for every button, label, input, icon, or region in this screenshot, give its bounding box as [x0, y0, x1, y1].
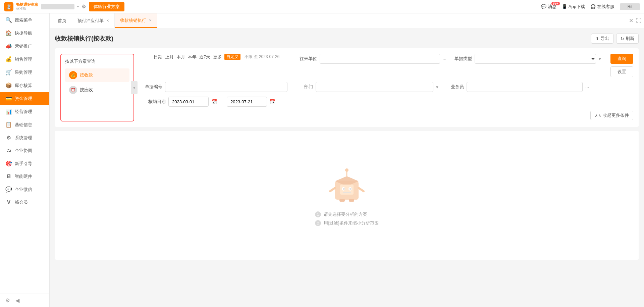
writeoff-date-end-input[interactable] [227, 97, 267, 107]
sidebar-settings-icon[interactable]: ⚙ [5, 297, 10, 304]
tab-prepay-label: 预付冲应付单 [77, 18, 104, 24]
by-receipt-label: 按收款 [80, 72, 93, 78]
sidebar-item-system[interactable]: ⚙ 系统管理 [0, 131, 49, 144]
sidebar-item-wechat[interactable]: 💬 企业微信 [0, 183, 49, 196]
empty-state: 1 请先选择要分析的方案 2 用[过滤]条件来缩小分析范围 [315, 144, 378, 246]
tab-prepay-offset[interactable]: 预付冲应付单 ✕ [72, 13, 115, 28]
counterparty-more-icon[interactable]: ··· [443, 56, 446, 61]
filter-option-by-receipt[interactable]: 💰 按收款 [65, 68, 129, 82]
workspace-selector[interactable] [41, 4, 74, 9]
date-custom-badge[interactable]: 自定义 [224, 54, 240, 60]
empty-tips: 1 请先选择要分析的方案 2 用[过滤]条件来缩小分析范围 [315, 211, 378, 226]
message-badge: 99+ [551, 2, 560, 5]
sidebar-item-basic-info[interactable]: 📋 基础信息 [0, 118, 49, 131]
sidebar-label-search-menu: 搜索菜单 [15, 17, 32, 23]
counterparty-input[interactable] [320, 54, 440, 64]
settings-icon[interactable]: ⚙ [82, 3, 86, 10]
sidebar-item-finance[interactable]: 💳 资金管理 [0, 92, 49, 105]
avatar-text: Rit [628, 4, 633, 9]
more-conditions-bar: ∧∧ 收起更多条件 [142, 109, 633, 121]
solution-btn[interactable]: 体验行业方案 [89, 2, 124, 11]
user-avatar[interactable]: Rit [620, 3, 640, 10]
staff-more-icon[interactable]: ··· [585, 85, 589, 90]
export-btn[interactable]: ⬆ 导出 [591, 34, 613, 44]
sidebar-label-quick-nav: 快捷导航 [15, 30, 32, 36]
sidebar-item-enterprise[interactable]: 🗂 企业协同 [0, 144, 49, 157]
dept-chevron-icon[interactable]: ▾ [436, 85, 438, 90]
online-service-btn[interactable]: 🎧 在线客服 [590, 4, 614, 10]
tab-list: 首页 预付冲应付单 ✕ 收款核销执行 ✕ [52, 13, 157, 28]
guide-icon: 🎯 [5, 160, 12, 167]
sidebar-item-member[interactable]: V 畅会员 [0, 196, 49, 209]
message-btn[interactable]: 💬 消息 99+ [541, 4, 556, 10]
tab-close-receipt[interactable]: ✕ [149, 18, 152, 22]
app-edition: 标准版 [16, 7, 38, 11]
staff-input[interactable] [467, 82, 583, 92]
calendar-start-icon[interactable]: 📅 [211, 99, 217, 104]
empty-state-container: 1 请先选择要分析的方案 2 用[过滤]条件来缩小分析范围 [55, 131, 639, 260]
page-actions: ⬆ 导出 ↻ 刷新 [591, 34, 639, 44]
sidebar-label-wechat: 企业微信 [15, 187, 32, 193]
sidebar-item-smart-hw[interactable]: 🖥 智能硬件 [0, 170, 49, 183]
by-receivable-icon: ⏰ [69, 86, 77, 94]
writeoff-date-range: 📅 — 📅 [168, 97, 275, 107]
query-btn[interactable]: 查询 [610, 54, 633, 64]
date-this-month[interactable]: 本月 [176, 54, 185, 60]
sidebar-item-marketing[interactable]: 📣 营销推广 [0, 40, 49, 53]
svg-rect-10 [339, 199, 345, 202]
filter-fields: 日期 上月 本月 本年 近7天 更多 自定义 不限 至 2023-07-26 [134, 54, 633, 121]
topbar-right: 💬 消息 99+ 📱 App下载 🎧 在线客服 Rit [541, 3, 640, 10]
collapse-more-btn[interactable]: ∧∧ 收起更多条件 [590, 111, 633, 120]
sidebar-item-inventory[interactable]: 📦 库存核算 [0, 79, 49, 92]
svg-point-6 [350, 188, 352, 190]
purchase-icon: 🛒 [5, 69, 12, 75]
filter-option-by-receivable[interactable]: ⏰ 按应收 [65, 83, 129, 97]
tab-close-prepay[interactable]: ✕ [106, 19, 109, 22]
sidebar-label-operations: 经营管理 [15, 109, 32, 115]
tab-home-label: 首页 [58, 18, 66, 24]
workspace-chevron-icon[interactable]: ▾ [77, 5, 79, 8]
sidebar-label-basic-info: 基础信息 [15, 122, 32, 128]
sidebar-bottom: ⚙ ◀ [0, 294, 49, 307]
dept-input[interactable] [316, 82, 433, 92]
tip2-text: 用[过滤]条件来缩小分析范围 [324, 220, 378, 226]
doc-no-label: 单据编号 [142, 84, 162, 90]
setting-btn[interactable]: 设置 [610, 66, 633, 77]
doc-no-input[interactable] [165, 82, 287, 92]
sidebar-label-sales: 销售管理 [15, 56, 32, 62]
date-more[interactable]: 更多 [213, 54, 222, 60]
date-range-separator: — [220, 99, 224, 104]
sidebar-item-sales[interactable]: 💰 销售管理 [0, 53, 49, 66]
date-this-year[interactable]: 本年 [188, 54, 197, 60]
calendar-end-icon[interactable]: 📅 [270, 99, 275, 104]
sidebar-collapse-icon[interactable]: ◀ [15, 297, 19, 304]
writeoff-date-label: 核销日期 [142, 99, 166, 105]
sidebar-item-guide[interactable]: 🎯 新手引导 [0, 157, 49, 170]
tip1-text: 请先选择要分析的方案 [324, 211, 367, 217]
tab-expand-btn[interactable]: ⛶ [636, 18, 641, 24]
sidebar-item-search-menu[interactable]: 🔍 搜索菜单 [0, 13, 49, 27]
refresh-btn[interactable]: ↻ 刷新 [616, 34, 639, 44]
dept-label: 部门 [293, 84, 313, 90]
tab-close-all-btn[interactable]: ✕ [629, 17, 633, 24]
filter-collapse-btn[interactable]: « [131, 81, 138, 94]
date-shortcuts: 上月 本月 本年 近7天 更多 自定义 不限 至 2023-07-26 [165, 54, 279, 60]
wechat-icon: 💬 [5, 186, 12, 193]
finance-icon: 💳 [5, 95, 12, 102]
sidebar-item-purchase[interactable]: 🛒 采购管理 [0, 66, 49, 79]
writeoff-date-start-input[interactable] [168, 97, 209, 107]
sidebar-item-quick-nav[interactable]: 🏠 快捷导航 [0, 27, 49, 40]
svg-point-13 [345, 168, 348, 172]
by-receipt-icon: 💰 [69, 71, 77, 79]
app-download-btn[interactable]: 📱 App下载 [562, 4, 585, 10]
date-label: 日期 [142, 54, 162, 60]
tab-home[interactable]: 首页 [52, 13, 72, 28]
sidebar-item-operations[interactable]: 📊 经营管理 [0, 105, 49, 118]
doc-type-select[interactable] [475, 54, 596, 64]
page-header: 收款核销执行(按收款) ⬆ 导出 ↻ 刷新 [55, 34, 639, 44]
date-7days[interactable]: 近7天 [199, 54, 210, 60]
tab-receipt-writeoff[interactable]: 收款核销执行 ✕ [115, 13, 157, 28]
date-last-month[interactable]: 上月 [165, 54, 174, 60]
svg-rect-11 [349, 199, 354, 202]
collapse-more-label: 收起更多条件 [603, 112, 629, 118]
